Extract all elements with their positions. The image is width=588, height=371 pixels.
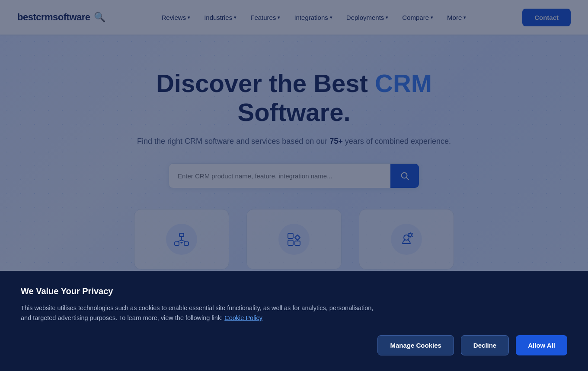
- card-integrations[interactable]: [134, 209, 229, 270]
- contact-button[interactable]: Contact: [522, 9, 571, 26]
- search-button[interactable]: [390, 164, 419, 188]
- decline-button[interactable]: Decline: [461, 335, 509, 355]
- chevron-down-icon: ▾: [463, 15, 466, 20]
- nav-deployments[interactable]: Deployments ▾: [340, 10, 395, 25]
- nav-reviews[interactable]: Reviews ▾: [155, 10, 196, 25]
- cookie-title: We Value Your Privacy: [21, 286, 567, 296]
- svg-rect-2: [179, 233, 184, 237]
- search-bar: [169, 163, 419, 188]
- nav-more[interactable]: More ▾: [441, 10, 472, 25]
- svg-rect-4: [184, 242, 189, 245]
- logo-text: bestcrmsoftware: [17, 12, 90, 23]
- svg-line-1: [406, 178, 409, 180]
- svg-rect-10: [288, 240, 293, 245]
- card-crm[interactable]: [359, 209, 454, 270]
- crm-gear-icon: [399, 231, 414, 247]
- chevron-down-icon: ▾: [431, 15, 433, 20]
- svg-point-13: [404, 235, 409, 240]
- cookie-policy-link[interactable]: Cookie Policy: [224, 314, 262, 321]
- cookie-banner: We Value Your Privacy This website utili…: [0, 271, 588, 371]
- manage-cookies-button[interactable]: Manage Cookies: [377, 335, 454, 355]
- cookie-body: This website utilises technologies such …: [21, 303, 375, 323]
- hero-section: Discover the Best CRM Software. Find the…: [0, 35, 588, 289]
- card-icon-bg-3: [391, 224, 422, 255]
- network-icon: [174, 231, 189, 247]
- search-icon: [400, 171, 409, 181]
- chevron-down-icon: ▾: [386, 15, 388, 20]
- grid-diamond-icon: [286, 231, 302, 247]
- svg-line-7: [182, 240, 186, 242]
- svg-rect-12: [295, 241, 300, 245]
- card-icon-bg-2: [278, 224, 310, 255]
- chevron-down-icon: ▾: [234, 15, 236, 20]
- card-features[interactable]: [246, 209, 342, 270]
- svg-rect-3: [175, 242, 179, 245]
- cookie-actions: Manage Cookies Decline Allow All: [21, 335, 567, 355]
- chevron-down-icon: ▾: [188, 15, 190, 20]
- chevron-down-icon: ▾: [278, 15, 280, 20]
- logo-icon: 🔍: [94, 12, 105, 23]
- nav-features[interactable]: Features ▾: [244, 10, 286, 25]
- svg-rect-9: [288, 233, 293, 238]
- card-icon-bg-1: [166, 224, 197, 255]
- logo-link[interactable]: bestcrmsoftware 🔍: [17, 12, 105, 23]
- search-input[interactable]: [169, 165, 390, 187]
- nav-industries[interactable]: Industries ▾: [198, 10, 243, 25]
- hero-subtitle: Find the right CRM software and services…: [137, 137, 451, 146]
- feature-cards: [108, 209, 480, 270]
- chevron-down-icon: ▾: [330, 15, 332, 20]
- nav-compare[interactable]: Compare ▾: [396, 10, 439, 25]
- hero-title: Discover the Best CRM Software.: [99, 69, 489, 127]
- svg-marker-8: [180, 242, 183, 244]
- nav-integrations[interactable]: Integrations ▾: [288, 10, 338, 25]
- allow-all-button[interactable]: Allow All: [516, 335, 567, 355]
- svg-marker-11: [295, 235, 300, 240]
- svg-line-6: [177, 240, 182, 242]
- main-nav: Reviews ▾ Industries ▾ Features ▾ Integr…: [155, 10, 472, 25]
- navbar: bestcrmsoftware 🔍 Reviews ▾ Industries ▾…: [0, 0, 588, 35]
